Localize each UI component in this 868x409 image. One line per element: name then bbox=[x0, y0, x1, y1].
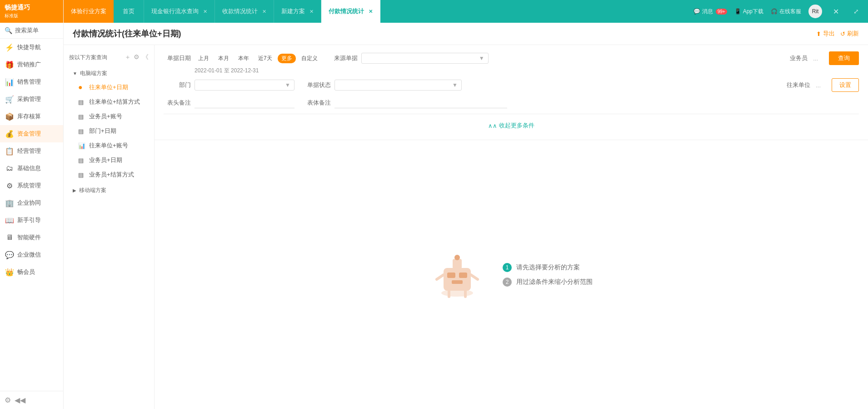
last-7-days-btn[interactable]: 近7天 bbox=[254, 54, 276, 63]
close-all-tabs-icon[interactable]: ✕ bbox=[829, 7, 843, 16]
this-year-btn[interactable]: 本年 bbox=[234, 54, 253, 63]
inventory-icon: 📦 bbox=[5, 112, 14, 121]
collapse-filters-btn[interactable]: ∧∧ 收起更多条件 bbox=[488, 121, 534, 130]
operation-icon: 📋 bbox=[5, 147, 14, 155]
sidebar-item-finance[interactable]: 💰 资金管理 bbox=[0, 125, 63, 142]
sidebar-item-marketing[interactable]: 🎁 营销推广 bbox=[0, 56, 63, 73]
scheme-item-unit-account[interactable]: 📊 往来单位+账号 bbox=[64, 138, 154, 153]
collapse-icon: ∧∧ bbox=[488, 122, 497, 129]
setting-button[interactable]: 设置 bbox=[832, 78, 859, 92]
body-note-input[interactable] bbox=[334, 97, 507, 108]
refresh-btn[interactable]: ↺ 刷新 bbox=[840, 30, 859, 38]
header-note-input[interactable] bbox=[195, 97, 294, 108]
sidebar-search-label: 搜索菜单 bbox=[15, 26, 39, 35]
doc-status-filter: 单据状态 ▼ bbox=[304, 80, 774, 91]
desktop-scheme-section: ▼ 电脑端方案 ● 往来单位+日期 ▤ 往来单位+结算方式 ▤ 业务员+账号 bbox=[64, 67, 154, 182]
svg-rect-3 bbox=[459, 273, 467, 278]
header-note-filter: 表头备注 bbox=[164, 97, 294, 108]
sidebar-item-basic[interactable]: 🗂 基础信息 bbox=[0, 160, 63, 177]
sidebar-bottom: ⚙ ◀◀ bbox=[0, 391, 63, 409]
scheme-item-staff-date[interactable]: ▤ 业务员+日期 bbox=[64, 153, 154, 167]
collapse-panel-icon[interactable]: 《 bbox=[142, 53, 149, 61]
panel-action-buttons: ＋ ⚙ 《 bbox=[125, 53, 149, 61]
close-new-scheme-icon[interactable]: ✕ bbox=[309, 9, 314, 15]
message-btn[interactable]: 💬 消息 99+ bbox=[693, 8, 727, 15]
scheme-item-staff-account[interactable]: ▤ 业务员+账号 bbox=[64, 109, 154, 124]
close-payment-stats-icon[interactable]: ✕ bbox=[369, 9, 373, 15]
sidebar-item-member[interactable]: 👑 畅会员 bbox=[0, 263, 63, 281]
wechat-icon: 💬 bbox=[5, 251, 14, 259]
collapse-sidebar-icon[interactable]: ◀◀ bbox=[15, 396, 25, 404]
experience-btn[interactable]: 体验行业方案 bbox=[71, 7, 106, 15]
tip-number-2: 2 bbox=[503, 278, 512, 287]
svg-rect-5 bbox=[453, 259, 462, 269]
left-scheme-panel: 按以下方案查询 ＋ ⚙ 《 ▼ 电脑端方案 ● 往来单位+日期 bbox=[64, 45, 155, 409]
staff-select-btn[interactable]: ... bbox=[811, 53, 820, 64]
settings-scheme-icon[interactable]: ⚙ bbox=[134, 53, 140, 61]
nav-tab-payment-stats[interactable]: 付款情况统计 ✕ bbox=[321, 0, 380, 23]
svg-line-8 bbox=[471, 275, 478, 279]
more-dates-btn[interactable]: 更多 bbox=[278, 54, 296, 63]
source-doc-arrow-icon: ▼ bbox=[479, 55, 484, 61]
sidebar-item-quick-nav[interactable]: ⚡ 快捷导航 bbox=[0, 39, 63, 56]
sidebar-logo: 畅捷通巧 bbox=[5, 4, 30, 12]
sidebar-item-label: 库存核算 bbox=[17, 112, 41, 121]
export-icon: ⬆ bbox=[816, 30, 821, 37]
add-scheme-icon[interactable]: ＋ bbox=[125, 53, 131, 61]
sidebar-item-enterprise[interactable]: 🏢 企业协同 bbox=[0, 194, 63, 212]
scheme-icon: ▤ bbox=[78, 99, 85, 106]
sidebar-item-operation[interactable]: 📋 经营管理 bbox=[0, 142, 63, 160]
dept-select[interactable]: ▼ bbox=[195, 80, 294, 91]
export-btn[interactable]: ⬆ 导出 bbox=[816, 30, 835, 38]
scheme-item-unit-date[interactable]: ● 往来单位+日期 bbox=[64, 80, 154, 95]
sub-header: 付款情况统计(往来单位+日期) ⬆ 导出 ↺ 刷新 bbox=[64, 23, 868, 45]
enterprise-icon: 🏢 bbox=[5, 199, 14, 207]
custom-date-btn[interactable]: 自定义 bbox=[298, 54, 321, 63]
scheme-item-staff-settlement[interactable]: ▤ 业务员+结算方式 bbox=[64, 167, 154, 182]
scheme-icon: ▤ bbox=[78, 113, 85, 120]
last-month-btn[interactable]: 上月 bbox=[195, 54, 213, 63]
sidebar-item-hardware[interactable]: 🖥 智能硬件 bbox=[0, 229, 63, 246]
sidebar-search[interactable]: 🔍 搜索菜单 bbox=[0, 23, 63, 39]
doc-status-label: 单据状态 bbox=[304, 81, 331, 89]
this-month-btn[interactable]: 本月 bbox=[215, 54, 233, 63]
sidebar-item-system[interactable]: ⚙ 系统管理 bbox=[0, 177, 63, 194]
partner-select-btn[interactable]: ... bbox=[814, 80, 823, 91]
settings-bottom-icon[interactable]: ⚙ bbox=[5, 396, 11, 404]
date-buttons: 上月 本月 本年 近7天 更多 自定义 bbox=[195, 54, 321, 63]
nav-tab-cash-flow[interactable]: 现金银行流水查询 ✕ bbox=[144, 0, 215, 23]
nav-tab-collection[interactable]: 收款情况统计 ✕ bbox=[215, 0, 274, 23]
source-doc-select[interactable]: ▼ bbox=[361, 53, 489, 64]
sidebar: 畅捷通巧 标准版 🔍 搜索菜单 ⚡ 快捷导航 🎁 营销推广 📊 销售管理 🛒 采… bbox=[0, 0, 64, 409]
close-cash-flow-icon[interactable]: ✕ bbox=[203, 9, 207, 15]
mobile-section-title[interactable]: ▶ 移动端方案 bbox=[64, 184, 154, 197]
nav-tab-home[interactable]: 首页 bbox=[114, 0, 144, 23]
partner-label: 往来单位 bbox=[783, 81, 810, 89]
sidebar-item-guide[interactable]: 📖 新手引导 bbox=[0, 212, 63, 229]
left-panel-header: 按以下方案查询 ＋ ⚙ 《 bbox=[64, 50, 154, 65]
sidebar-item-sales[interactable]: 📊 销售管理 bbox=[0, 73, 63, 91]
svg-rect-1 bbox=[444, 268, 471, 291]
scheme-query-label: 按以下方案查询 bbox=[69, 54, 107, 61]
query-button[interactable]: 查询 bbox=[829, 51, 859, 65]
scheme-item-dept-date[interactable]: ▤ 部门+日期 bbox=[64, 124, 154, 138]
close-collection-icon[interactable]: ✕ bbox=[262, 9, 266, 15]
expand-icon[interactable]: ⤢ bbox=[850, 8, 863, 15]
scheme-item-unit-settlement[interactable]: ▤ 往来单位+结算方式 bbox=[64, 95, 154, 109]
desktop-section-title[interactable]: ▼ 电脑端方案 bbox=[64, 67, 154, 80]
sidebar-item-wechat[interactable]: 💬 企业微信 bbox=[0, 246, 63, 263]
sidebar-version: 标准版 bbox=[5, 13, 30, 19]
nav-tab-new-scheme[interactable]: 新建方案 ✕ bbox=[274, 0, 321, 23]
section-arrow-icon: ▼ bbox=[73, 71, 77, 76]
doc-status-select[interactable]: ▼ bbox=[334, 80, 462, 91]
online-service-btn[interactable]: 🎧 在线客服 bbox=[771, 8, 801, 15]
guide-icon: 📖 bbox=[5, 216, 14, 224]
app-download-btn[interactable]: 📱 App下载 bbox=[734, 8, 763, 15]
sidebar-item-inventory[interactable]: 📦 库存核算 bbox=[0, 108, 63, 125]
svg-point-6 bbox=[454, 255, 460, 260]
sidebar-item-purchase[interactable]: 🛒 采购管理 bbox=[0, 91, 63, 108]
user-avatar[interactable]: Rit bbox=[808, 5, 822, 18]
sidebar-item-label: 采购管理 bbox=[17, 95, 41, 103]
refresh-icon: ↺ bbox=[840, 30, 845, 37]
sub-header-actions: ⬆ 导出 ↺ 刷新 bbox=[816, 30, 859, 38]
